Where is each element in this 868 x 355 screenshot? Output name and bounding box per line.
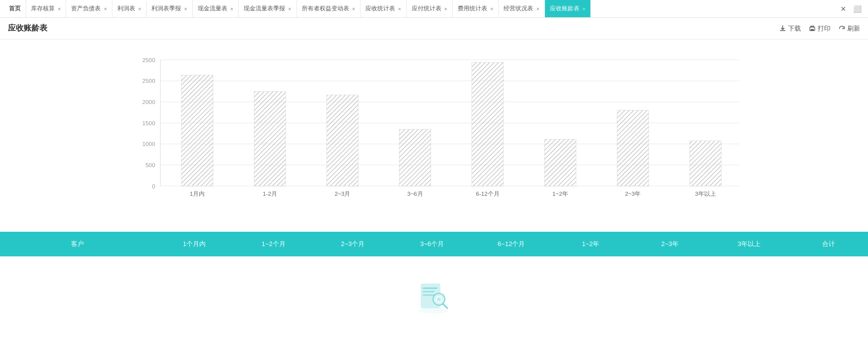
svg-text:1000: 1000 [143, 141, 156, 147]
page-title: 应收账龄表 [8, 23, 47, 34]
col-customer: 客户 [0, 240, 154, 248]
col-2-3month: 2~3个月 [313, 240, 393, 248]
col-2-3month-label: 2~3个月 [341, 240, 364, 248]
tab-syzbdb-close[interactable]: × [352, 6, 355, 12]
col-3plus-year: 3年以上 [710, 240, 789, 248]
col-1month: 1个月内 [154, 240, 234, 248]
col-3-6month-label: 3~6个月 [420, 240, 444, 248]
tab-jyzkb-close[interactable]: × [536, 6, 539, 12]
col-3-6month: 3~6个月 [393, 240, 472, 248]
download-label: 下载 [788, 24, 801, 33]
tab-kucun-label: 库存核算 [31, 4, 55, 13]
download-icon [779, 25, 786, 32]
svg-text:3年以上: 3年以上 [695, 190, 716, 197]
svg-text:3~6月: 3~6月 [407, 190, 423, 197]
print-button[interactable]: 打印 [809, 24, 831, 33]
col-1-2year-label: 1~2年 [582, 240, 599, 248]
page-header: 应收账龄表 下载 打印 刷新 [0, 18, 868, 39]
bar-4 [399, 129, 431, 186]
tab-lrb-close[interactable]: × [138, 6, 141, 12]
tab-home-label: 首页 [9, 4, 21, 13]
tab-lrb-label: 利润表 [117, 4, 135, 13]
col-6-12month: 6~12个月 [471, 240, 551, 248]
bar-2 [254, 91, 286, 186]
bar-chart: 0 500 1000 1500 2000 2500 2500 [15, 49, 853, 207]
tab-bar: 首页 库存核算 × 资产负债表 × 利润表 × 利润表季报 × 现金流量表 × … [0, 0, 868, 18]
main-content: 0 500 1000 1500 2000 2500 2500 [0, 39, 868, 355]
tab-yszlb-close[interactable]: × [582, 6, 585, 12]
svg-text:2500: 2500 [143, 77, 156, 84]
bar-5 [472, 63, 504, 186]
tab-lrbjb-close[interactable]: × [184, 6, 187, 12]
tab-kucun-close[interactable]: × [58, 6, 61, 12]
tab-zcfzb-label: 资产负债表 [71, 4, 101, 13]
tab-yszlb-label: 应收账龄表 [550, 4, 579, 13]
col-customer-label: 客户 [71, 240, 84, 248]
table-header: 客户 1个月内 1~2个月 2~3个月 3~6个月 6~12个月 1~2年 2~… [0, 232, 868, 256]
col-6-12month-label: 6~12个月 [498, 240, 525, 248]
window-close-button[interactable]: ✕ [838, 4, 848, 14]
refresh-icon [838, 25, 845, 32]
tab-xjllbjb[interactable]: 现金流量表季报 × [239, 0, 296, 18]
tab-yszlb[interactable]: 应收账龄表 × [545, 0, 591, 18]
svg-text:2~3年: 2~3年 [625, 190, 641, 197]
svg-text:2000: 2000 [143, 99, 156, 105]
svg-point-34 [437, 297, 441, 301]
tab-home[interactable]: 首页 [4, 0, 26, 18]
tab-jyzkb[interactable]: 经营状况表 × [499, 0, 544, 18]
col-total: 合计 [789, 240, 868, 248]
tab-fytjb-close[interactable]: × [490, 6, 493, 12]
col-1-2year: 1~2年 [551, 240, 630, 248]
tab-ystjb-label: 应收统计表 [365, 4, 395, 13]
tab-syzbdb[interactable]: 所有者权益变动表 × [297, 0, 361, 18]
tab-ystjb[interactable]: 应收统计表 × [361, 0, 406, 18]
tab-xjllb[interactable]: 现金流量表 × [193, 0, 239, 18]
svg-text:1-2月: 1-2月 [263, 190, 277, 197]
tab-xjllbjb-label: 现金流量表季报 [244, 4, 285, 13]
tab-jyzkb-label: 经营状况表 [504, 4, 533, 13]
svg-text:500: 500 [145, 162, 155, 168]
svg-rect-29 [423, 291, 434, 292]
svg-text:2500: 2500 [143, 57, 156, 63]
col-1month-label: 1个月内 [183, 240, 206, 248]
tab-fytjb-label: 费用统计表 [458, 4, 487, 13]
tab-lrbjb-label: 利润表季报 [151, 4, 181, 13]
col-2-3year: 2~3年 [630, 240, 710, 248]
col-3plus-year-label: 3年以上 [738, 240, 760, 248]
tab-zcfzb[interactable]: 资产负债表 × [66, 0, 112, 18]
tab-yftjb-close[interactable]: × [444, 6, 447, 12]
refresh-button[interactable]: 刷新 [838, 24, 860, 33]
svg-rect-28 [423, 287, 437, 289]
empty-icon [412, 274, 456, 318]
tab-xjllb-label: 现金流量表 [198, 4, 227, 13]
tab-syzbdb-label: 所有者权益变动表 [302, 4, 349, 13]
tab-yftjb-label: 应付统计表 [412, 4, 441, 13]
svg-text:1~2年: 1~2年 [552, 190, 568, 197]
tab-yftjb[interactable]: 应付统计表 × [407, 0, 453, 18]
col-total-label: 合计 [822, 240, 835, 248]
svg-text:0: 0 [152, 183, 155, 189]
bar-6 [544, 139, 576, 186]
svg-text:6-12个月: 6-12个月 [476, 190, 499, 197]
tab-lrbjb[interactable]: 利润表季报 × [146, 0, 192, 18]
tab-kucun[interactable]: 库存核算 × [26, 0, 66, 18]
window-maximize-button[interactable]: ⬜ [852, 4, 862, 14]
header-actions: 下载 打印 刷新 [779, 24, 860, 33]
refresh-label: 刷新 [847, 24, 860, 33]
tab-fytjb[interactable]: 费用统计表 × [453, 0, 499, 18]
col-1-2month-label: 1~2个月 [262, 240, 286, 248]
svg-point-26 [419, 308, 449, 314]
bar-8 [689, 141, 721, 186]
download-button[interactable]: 下载 [779, 24, 801, 33]
tab-xjllbjb-close[interactable]: × [288, 6, 291, 12]
tab-ystjb-close[interactable]: × [398, 6, 401, 12]
tab-zcfzb-close[interactable]: × [104, 6, 107, 12]
bar-3 [326, 95, 358, 186]
print-icon [809, 25, 816, 32]
svg-text:2~3月: 2~3月 [334, 190, 350, 197]
col-2-3year-label: 2~3年 [661, 240, 679, 248]
tab-lrb[interactable]: 利润表 × [112, 0, 146, 18]
svg-line-33 [443, 304, 447, 308]
bar-7 [617, 110, 649, 186]
tab-xjllb-close[interactable]: × [230, 6, 233, 12]
